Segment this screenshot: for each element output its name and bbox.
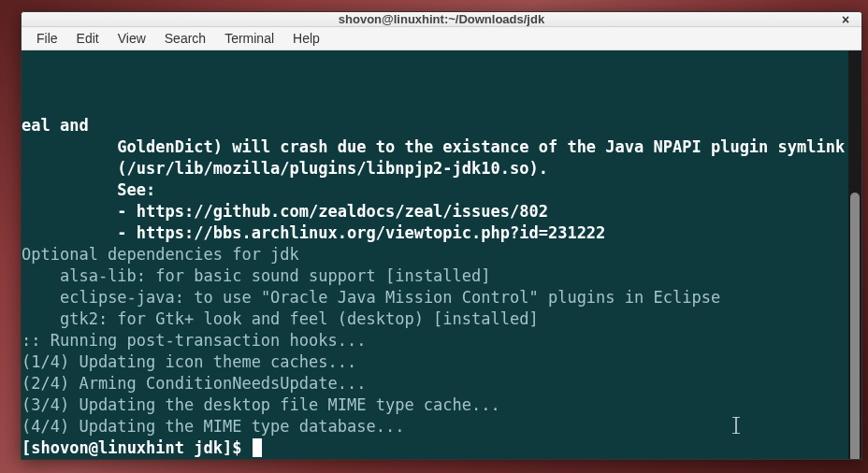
terminal-line: (2/4) Arming ConditionNeedsUpdate... [22,373,846,394]
menu-help[interactable]: Help [283,27,329,50]
menu-terminal[interactable]: Terminal [215,27,283,50]
close-button[interactable]: × [837,11,854,28]
terminal-line: GoldenDict) will crash due to the exista… [22,136,846,158]
prompt-at: @ [89,438,98,457]
close-icon: × [842,12,849,27]
terminal-line: eal and [22,115,846,136]
menu-search[interactable]: Search [155,27,215,50]
terminal-line: See: [22,179,846,201]
menu-view[interactable]: View [108,27,155,50]
terminal-area: eal and GoldenDict) will crash due to th… [22,50,861,460]
prompt-user: shovon [31,438,88,457]
window-title: shovon@linuxhint:~/Downloads/jdk [339,12,544,26]
prompt-close-bracket: ]$ [223,438,252,457]
terminal-line: - https://github.com/zealdocs/zeal/issue… [22,201,846,222]
terminal-line: eclipse-java: to use "Oracle Java Missio… [22,287,846,308]
terminal-line: (1/4) Updating icon theme caches... [22,351,846,373]
terminal-line: (/usr/lib/mozilla/plugins/libnpjp2-jdk10… [22,158,846,179]
prompt-open-bracket: [ [22,438,31,457]
terminal-line: alsa-lib: for basic sound support [insta… [22,265,846,287]
menu-file[interactable]: File [27,27,67,50]
terminal-line: gtk2: for Gtk+ look and feel (desktop) [… [22,308,846,330]
scrollbar[interactable] [848,50,861,460]
prompt-line: [shovon@linuxhint jdk]$ [22,437,846,459]
block-cursor [253,438,262,457]
prompt-host: linuxhint [98,438,184,457]
titlebar[interactable]: shovon@linuxhint:~/Downloads/jdk × [22,12,861,27]
terminal-output[interactable]: eal and GoldenDict) will crash due to th… [22,50,848,460]
prompt-dir: jdk [194,438,223,457]
terminal-line: :: Running post-transaction hooks... [22,330,846,351]
terminal-line: (4/4) Updating the MIME type database... [22,416,846,437]
terminal-line: Optional dependencies for jdk [22,244,846,265]
terminal-window: shovon@linuxhint:~/Downloads/jdk × File … [21,11,862,460]
prompt-space [184,438,194,457]
scrollbar-thumb[interactable] [850,193,860,460]
terminal-line: - https://bbs.archlinux.org/viewtopic.ph… [22,222,846,244]
menu-edit[interactable]: Edit [67,27,108,50]
terminal-line: (3/4) Updating the desktop file MIME typ… [22,394,846,416]
menubar: File Edit View Search Terminal Help [22,27,861,50]
